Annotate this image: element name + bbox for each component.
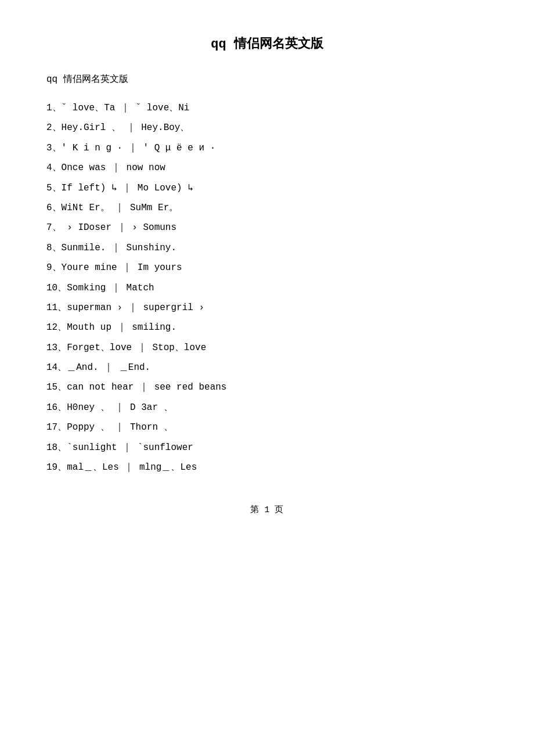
- list-item: 14、＿And. ｜ ＿End.: [46, 359, 488, 376]
- list-item: 10、Somking ｜ Match: [46, 279, 488, 297]
- list-item: 2、Hey.Girl 、 ｜ Hey.Boy、: [46, 119, 488, 136]
- list-item: 13、Forget、love ｜ Stop、love: [46, 339, 488, 357]
- list-item: 4、Once was ｜ now now: [46, 159, 488, 177]
- footer: 第 1 页: [46, 504, 488, 515]
- list-container: 1、ˇ love、Ta ｜ ˇ love、Ni2、Hey.Girl 、 ｜ He…: [46, 99, 488, 476]
- list-item: 15、can not hear ｜ see red beans: [46, 379, 488, 396]
- list-item: 19、mal＿、Les ｜ mlng＿、Les: [46, 459, 488, 476]
- list-item: 18、`sunlight ｜ `sunflower: [46, 439, 488, 456]
- list-item: 3、' K i n g · ｜ ' Q μ ё е и ·: [46, 139, 488, 157]
- list-item: 16、H0ney 、 ｜ D 3ar 、: [46, 399, 488, 416]
- list-item: 17、Poppy 、 ｜ Thorn 、: [46, 419, 488, 436]
- list-item: 11、superman › ｜ supergril ›: [46, 299, 488, 316]
- list-item: 9、Youre mine ｜ Im yours: [46, 259, 488, 276]
- list-item: 8、Sunmile. ｜ Sunshiny.: [46, 239, 488, 257]
- list-item: 5、If left) ↳ ｜ Mo Love) ↳: [46, 179, 488, 197]
- subtitle: qq 情侣网名英文版: [46, 73, 488, 85]
- list-item: 7、 › IDoser ｜ › Somuns: [46, 219, 488, 236]
- list-item: 1、ˇ love、Ta ｜ ˇ love、Ni: [46, 99, 488, 117]
- list-item: 12、Mouth up ｜ smiling.: [46, 319, 488, 336]
- page-title: qq 情侣网名英文版: [46, 35, 488, 52]
- list-item: 6、WiNt Er。 ｜ SuMm Er。: [46, 199, 488, 217]
